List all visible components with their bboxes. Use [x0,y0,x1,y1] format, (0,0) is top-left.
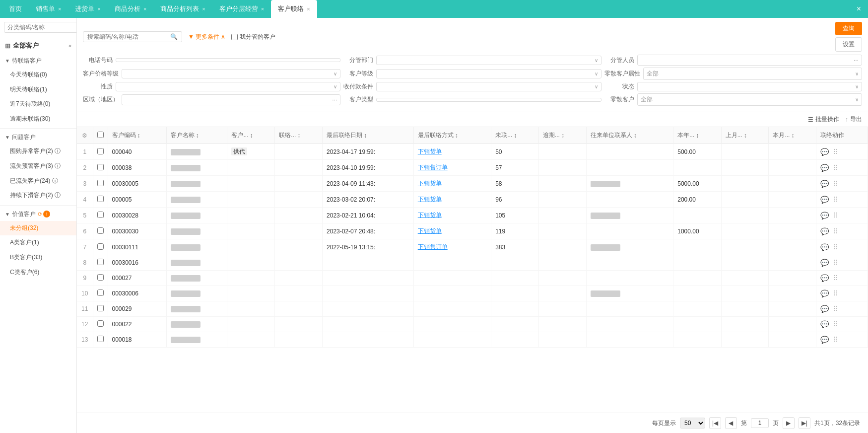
customer-level-select[interactable]: ∨ [376,69,601,78]
tab-customer-segment[interactable]: 客户分层经营 × [212,0,271,18]
method-link[interactable]: 下销货单 [418,148,442,155]
chat-icon[interactable]: 💬 [820,227,829,235]
chat-icon[interactable]: 💬 [820,336,829,344]
chat-icon[interactable]: 💬 [820,259,829,267]
chat-icon[interactable]: 💬 [820,212,829,219]
collapse-icon[interactable]: « [68,43,71,49]
sort-icon[interactable]: ↕ [561,132,564,139]
sidebar-item-ungrouped[interactable]: 未分组(32) [0,221,76,236]
grid-action-icon[interactable]: ⠿ [833,180,838,188]
tab-sales[interactable]: 销售单 × [29,0,68,18]
payment-select[interactable]: ∨ [376,82,601,91]
sidebar-item-type-c[interactable]: C类客户(6) [0,265,76,280]
grid-action-icon[interactable]: ⠿ [833,289,838,297]
chat-icon[interactable]: 💬 [820,164,829,172]
close-icon[interactable]: × [143,6,146,12]
chat-icon[interactable]: 💬 [820,196,829,204]
sidebar-item-declining[interactable]: 持续下滑客户(2) ⓘ [0,188,76,203]
close-icon[interactable]: × [97,6,100,12]
group-problem-customers[interactable]: ▼ 问题客户 [0,131,76,144]
price-level-select[interactable]: ∨ [122,69,340,78]
sort-icon[interactable]: ↕ [250,132,253,139]
search-button[interactable]: 查询 [835,22,862,35]
sort-icon[interactable]: ↕ [744,132,747,139]
retail-attr-select[interactable]: 全部 ∨ [643,68,862,80]
status-select[interactable]: ∨ [637,82,862,91]
tab-analysis[interactable]: 商品分析 × [108,0,153,18]
select-all-checkbox[interactable] [97,132,104,138]
area-select[interactable]: ··· [122,94,340,105]
retail-customer-select[interactable]: 全部 ∨ [637,93,862,106]
grid-action-icon[interactable]: ⠿ [833,320,838,328]
sidebar-item-tomorrow[interactable]: 明天待联络(1) [0,82,76,97]
method-link[interactable]: 下销货单 [418,196,442,203]
close-icon[interactable]: × [58,6,61,12]
grid-action-icon[interactable]: ⠿ [833,243,838,251]
sidebar-item-type-a[interactable]: A类客户(1) [0,235,76,250]
sidebar-item-churn-warning[interactable]: 流失预警客户(3) ⓘ [0,159,76,174]
search-icon[interactable]: 🔍 [170,33,178,40]
sort-icon[interactable]: ↕ [455,132,458,139]
batch-ops-button[interactable]: ☰ 批量操作 [808,115,839,124]
chat-icon[interactable]: 💬 [820,148,829,156]
my-customers-check[interactable] [231,34,238,40]
sort-icon[interactable]: ↕ [791,132,794,139]
my-customers-checkbox[interactable]: 我分管的客户 [231,33,275,41]
close-icon[interactable]: × [261,6,264,12]
sort-icon[interactable]: ↕ [196,132,199,139]
grid-action-icon[interactable]: ⠿ [833,212,838,219]
chat-icon[interactable]: 💬 [820,289,829,297]
sidebar-item-overdue[interactable]: 逾期未联络(30) [0,112,76,127]
sort-icon[interactable]: ↕ [364,132,367,139]
refresh-icon[interactable]: ⟳ [38,211,42,217]
page-input[interactable] [751,418,769,428]
per-page-select[interactable]: 50 20 100 [680,418,705,429]
grid-action-icon[interactable]: ⠿ [833,336,838,344]
nature-select[interactable]: ∨ [116,82,340,91]
tab-customer-contact[interactable]: 客户联络 × [271,0,317,18]
group-pending-contact[interactable]: ▼ 待联络客户 [0,54,76,68]
grid-action-icon[interactable]: ⠿ [833,259,838,267]
grid-action-icon[interactable]: ⠿ [833,148,838,156]
chat-icon[interactable]: 💬 [820,274,829,282]
sidebar-item-churned[interactable]: 已流失客户(24) ⓘ [0,174,76,189]
grid-action-icon[interactable]: ⠿ [833,164,838,172]
grid-action-icon[interactable]: ⠿ [833,274,838,282]
sort-icon[interactable]: ↕ [297,132,300,139]
grid-action-icon[interactable]: ⠿ [833,196,838,204]
reset-button[interactable]: 设置 [835,37,862,52]
settings-col[interactable]: ⚙ [77,127,93,144]
method-link[interactable]: 下销货单 [418,227,442,234]
sidebar-item-7days[interactable]: 近7天待联络(0) [0,97,76,112]
dept-select[interactable]: ∨ [376,56,601,65]
sort-icon[interactable]: ↕ [137,132,140,139]
export-button[interactable]: ↑ 导出 [845,115,862,124]
group-value-customers[interactable]: ▼ 价值客户 ⟳ ! [0,208,76,221]
customer-type-select[interactable] [376,98,601,102]
first-page-btn[interactable]: |◀ [709,417,721,429]
last-page-btn[interactable]: ▶| [799,417,810,429]
sort-icon[interactable]: ↕ [514,132,517,139]
chat-icon[interactable]: 💬 [820,320,829,328]
filter-more-btn[interactable]: ▼ 更多条件 ∧ [188,33,225,41]
method-link[interactable]: 下销货单 [418,212,442,218]
close-icon[interactable]: × [202,6,205,12]
tab-purchase[interactable]: 进货单 × [68,0,107,18]
filter-search-input[interactable] [87,33,170,40]
close-all-tabs-button[interactable]: × [852,4,866,13]
sort-icon[interactable]: ↕ [696,132,699,139]
next-page-btn[interactable]: ▶ [783,417,795,429]
phone-input[interactable] [116,58,340,62]
tab-home[interactable]: 首页 [2,4,29,13]
sort-icon[interactable]: ↕ [634,132,637,139]
sidebar-item-type-b[interactable]: B类客户(33) [0,250,76,265]
sidebar-item-hoarding[interactable]: 囤购异常客户(2) ⓘ [0,144,76,159]
grid-action-icon[interactable]: ⠿ [833,227,838,235]
tab-analysis-list[interactable]: 商品分析列表 × [153,0,212,18]
method-link[interactable]: 下销货单 [418,180,442,187]
chat-icon[interactable]: 💬 [820,305,829,313]
chat-icon[interactable]: 💬 [820,180,829,188]
sidebar-search-input[interactable] [4,22,77,33]
close-icon[interactable]: × [307,6,310,12]
manager-select[interactable]: ··· [637,55,862,66]
